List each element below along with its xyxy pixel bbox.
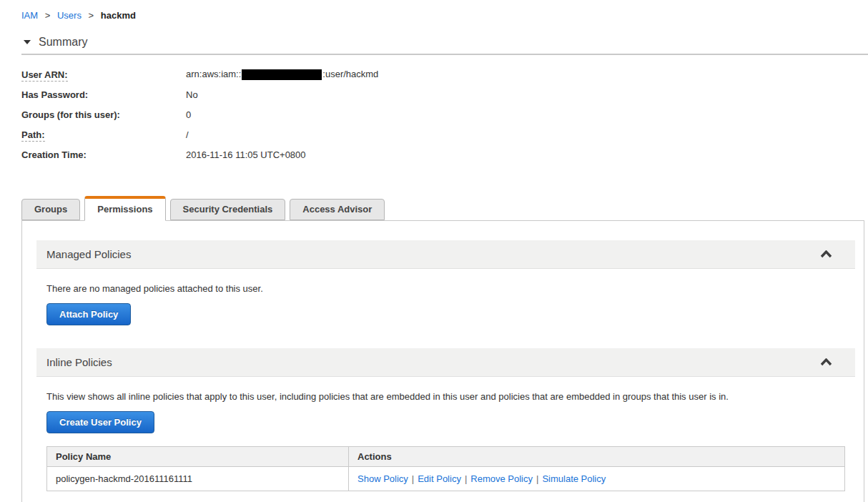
path-value: / (186, 129, 189, 140)
inline-policies-section: Inline Policies This view shows all inli… (36, 348, 855, 491)
policy-name-cell: policygen-hackmd-201611161111 (47, 467, 349, 491)
has-password-label: Has Password: (21, 89, 186, 100)
permissions-tab-panel: Managed Policies There are no managed po… (21, 220, 864, 502)
groups-value: 0 (186, 109, 191, 120)
policy-actions-cell: Show Policy|Edit Policy|Remove Policy|Si… (349, 467, 845, 491)
simulate-policy-link[interactable]: Simulate Policy (542, 473, 606, 484)
chevron-up-icon (820, 250, 832, 258)
has-password-value: No (186, 89, 198, 100)
breadcrumb-link-users[interactable]: Users (57, 10, 82, 21)
managed-policies-header[interactable]: Managed Policies (36, 240, 855, 269)
inline-policies-table: Policy Name Actions policygen-hackmd-201… (46, 446, 845, 491)
chevron-up-icon (820, 358, 832, 366)
breadcrumb-current-user: hackmd (101, 10, 136, 21)
action-separator: | (465, 473, 467, 484)
inline-policies-body: This view shows all inline policies that… (36, 391, 855, 491)
managed-policies-section: Managed Policies There are no managed po… (36, 240, 855, 325)
action-separator: | (412, 473, 414, 484)
tab-access-advisor[interactable]: Access Advisor (290, 199, 385, 220)
creation-time-label: Creation Time: (21, 149, 186, 160)
creation-time-value: 2016-11-16 11:05 UTC+0800 (186, 149, 306, 160)
managed-policies-body: There are no managed policies attached t… (36, 283, 855, 325)
groups-label: Groups (for this user): (21, 109, 186, 120)
summary-title: Summary (39, 36, 87, 49)
summary-fields: User ARN: arn:aws:iam:::user/hackmd Has … (21, 64, 868, 164)
summary-divider (21, 54, 868, 55)
breadcrumb-link-iam[interactable]: IAM (21, 10, 38, 21)
user-arn-value: arn:aws:iam:::user/hackmd (186, 69, 378, 80)
inline-policies-description: This view shows all inline policies that… (46, 391, 845, 402)
inline-policies-collapse-button[interactable] (820, 358, 832, 366)
breadcrumb-separator: > (89, 10, 94, 21)
create-user-policy-button[interactable]: Create User Policy (46, 411, 154, 433)
attach-policy-button[interactable]: Attach Policy (46, 303, 131, 325)
section-gap (36, 325, 855, 348)
table-header-row: Policy Name Actions (47, 447, 845, 467)
iam-user-detail-page: IAM > Users > hackmd Summary User ARN: a… (0, 10, 868, 502)
tab-security-credentials[interactable]: Security Credentials (170, 199, 286, 220)
column-header-policy-name: Policy Name (47, 447, 349, 467)
managed-policies-empty-message: There are no managed policies attached t… (46, 283, 845, 294)
breadcrumb-separator: > (45, 10, 51, 21)
caret-down-icon (24, 40, 31, 44)
field-row-path: Path: / (21, 124, 868, 144)
remove-policy-link[interactable]: Remove Policy (470, 473, 533, 484)
tab-permissions[interactable]: Permissions (84, 196, 165, 221)
action-separator: | (536, 473, 538, 484)
field-row-creation-time: Creation Time: 2016-11-16 11:05 UTC+0800 (21, 144, 868, 164)
inline-policies-header[interactable]: Inline Policies (36, 348, 855, 377)
managed-policies-title: Managed Policies (46, 248, 131, 260)
breadcrumb: IAM > Users > hackmd (21, 10, 868, 21)
user-arn-label: User ARN: (21, 69, 68, 82)
path-label: Path: (21, 129, 45, 142)
table-row: policygen-hackmd-201611161111 Show Polic… (47, 467, 845, 491)
summary-collapse-toggle[interactable]: Summary (24, 36, 868, 49)
redacted-account-id (242, 69, 322, 80)
column-header-actions: Actions (349, 447, 845, 467)
arn-suffix: :user/hackmd (322, 69, 378, 79)
tab-bar: Groups Permissions Security Credentials … (21, 196, 868, 220)
managed-policies-collapse-button[interactable] (820, 250, 832, 258)
tab-groups[interactable]: Groups (21, 199, 80, 220)
field-row-user-arn: User ARN: arn:aws:iam:::user/hackmd (21, 64, 868, 84)
show-policy-link[interactable]: Show Policy (357, 473, 408, 484)
arn-prefix: arn:aws:iam:: (186, 69, 241, 79)
field-row-has-password: Has Password: No (21, 84, 868, 104)
edit-policy-link[interactable]: Edit Policy (418, 473, 461, 484)
inline-policies-title: Inline Policies (46, 356, 112, 368)
field-row-groups: Groups (for this user): 0 (21, 104, 868, 124)
